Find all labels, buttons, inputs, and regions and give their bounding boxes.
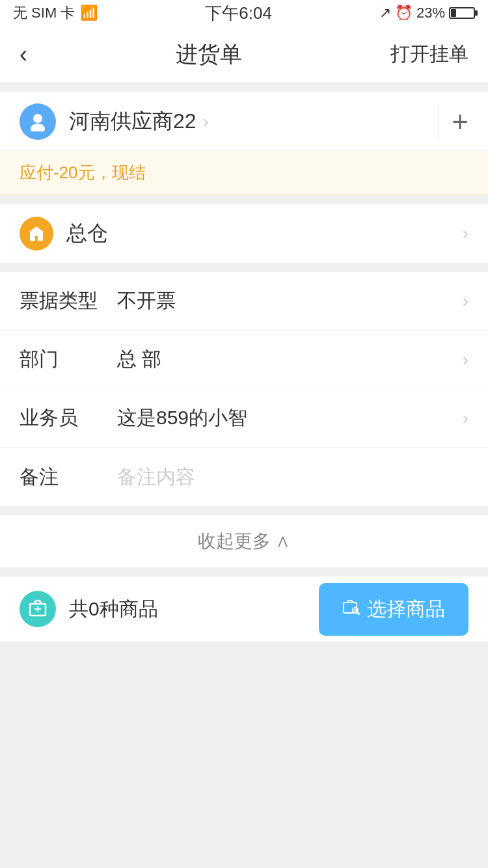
select-product-button[interactable]: 选择商品 xyxy=(319,583,468,636)
notice-text: 应付-20元，现结 xyxy=(20,163,146,182)
status-bar: 无 SIM 卡 📶 下午6:04 ↗ ⏰ 23% xyxy=(0,0,488,26)
sales-row[interactable]: 业务员 这是859的小智 › xyxy=(0,389,488,448)
product-count: 共0种商品 xyxy=(69,596,319,623)
warehouse-chevron-icon: › xyxy=(463,223,468,244)
product-icon xyxy=(20,591,56,627)
home-icon xyxy=(27,224,46,243)
supplier-name: 河南供应商22 xyxy=(69,107,197,136)
select-product-label: 选择商品 xyxy=(367,596,445,623)
location-icon: ↗ xyxy=(379,5,391,21)
status-right: ↗ ⏰ 23% xyxy=(379,5,475,21)
svg-point-1 xyxy=(31,124,45,131)
open-pending-button[interactable]: 打开挂单 xyxy=(390,41,468,68)
sales-value: 这是859的小智 xyxy=(117,405,456,431)
warehouse-section: 总仓 › xyxy=(0,204,488,263)
collapse-label: 收起更多 ∧ xyxy=(198,529,291,554)
svg-point-0 xyxy=(33,114,42,123)
alarm-icon: ⏰ xyxy=(395,5,413,21)
remark-label: 备注 xyxy=(20,464,98,491)
sales-label: 业务员 xyxy=(20,405,98,431)
department-label: 部门 xyxy=(20,346,98,373)
supplier-left: 河南供应商22 › xyxy=(20,103,425,140)
divider xyxy=(438,105,439,138)
notice-bar: 应付-20元，现结 xyxy=(0,151,488,195)
page-title: 进货单 xyxy=(176,40,242,70)
battery-icon xyxy=(449,7,475,19)
warehouse-row[interactable]: 总仓 › xyxy=(0,204,488,263)
add-supplier-button[interactable]: + xyxy=(452,107,468,136)
invoice-value: 不开票 xyxy=(117,288,456,314)
form-section: 票据类型 不开票 › 部门 总 部 › 业务员 这是859的小智 › 备注 备注… xyxy=(0,272,488,506)
avatar xyxy=(20,103,56,140)
supplier-row[interactable]: 河南供应商22 › + xyxy=(0,92,488,151)
department-chevron-icon: › xyxy=(463,349,468,370)
invoice-label: 票据类型 xyxy=(20,288,98,314)
cart-icon xyxy=(27,599,48,619)
collapse-bar[interactable]: 收起更多 ∧ xyxy=(0,515,488,567)
remark-row[interactable]: 备注 备注内容 xyxy=(0,448,488,506)
nav-bar: ‹ 进货单 打开挂单 xyxy=(0,26,488,83)
select-product-icon xyxy=(342,600,360,618)
person-icon xyxy=(28,112,47,131)
department-value: 总 部 xyxy=(117,346,456,373)
time-label: 下午6:04 xyxy=(205,2,272,25)
content: 河南供应商22 › + 应付-20元，现结 总仓 › 票据类型 不开票 › xyxy=(0,92,488,642)
invoice-chevron-icon: › xyxy=(463,291,468,312)
warehouse-icon xyxy=(20,217,53,251)
department-row[interactable]: 部门 总 部 › xyxy=(0,331,488,389)
warehouse-name: 总仓 xyxy=(66,219,456,248)
bottom-bar: 共0种商品 选择商品 xyxy=(0,576,488,642)
supplier-chevron-icon: › xyxy=(203,111,209,132)
battery-label: 23% xyxy=(416,5,445,21)
status-left: 无 SIM 卡 📶 xyxy=(13,3,98,23)
invoice-row[interactable]: 票据类型 不开票 › xyxy=(0,272,488,331)
remark-input[interactable]: 备注内容 xyxy=(117,464,468,491)
wifi-icon: 📶 xyxy=(80,5,98,21)
carrier-label: 无 SIM 卡 xyxy=(13,3,75,23)
sales-chevron-icon: › xyxy=(463,408,468,429)
supplier-section: 河南供应商22 › + 应付-20元，现结 xyxy=(0,92,488,195)
back-button[interactable]: ‹ xyxy=(20,41,27,68)
